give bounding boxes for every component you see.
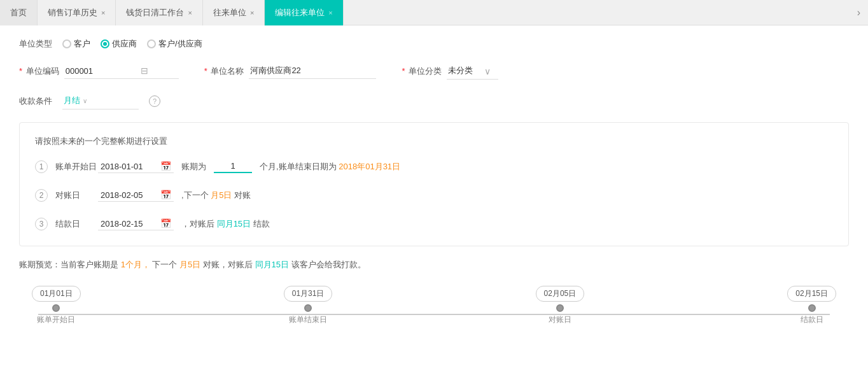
radio-circle-supplier	[101, 39, 109, 48]
period-label-3: 结款日	[55, 218, 90, 230]
timeline-points: 01月01日 账单开始日 01月31日 账单结束日 02月05日 对账日 02月…	[32, 286, 836, 325]
preview-settle-day-highlight: 同月15日	[255, 260, 289, 269]
radio-supplier[interactable]: 供应商	[101, 38, 137, 50]
unit-info-row: * 单位编码 ⊟ * 单位名称 * 单位分类 未分类 ∨	[19, 62, 849, 80]
payment-row: 收款条件 月结 ∨ ?	[19, 92, 849, 109]
unit-type-label: 单位类型	[19, 38, 52, 50]
calendar-icon-3[interactable]: 📅	[160, 218, 171, 229]
close-cash-work[interactable]: ×	[188, 9, 192, 17]
timeline-label-3: 02月05日	[536, 286, 585, 302]
preview-text: 账期预览：当前客户账期是 1个月， 下一个 月5日 对账，对账后 同月15日 该…	[19, 259, 849, 271]
radio-circle-both	[147, 39, 156, 48]
timeline-sublabel-3: 对账日	[549, 314, 571, 325]
unit-type-row: 单位类型 客户 供应商 客户/供应商	[19, 38, 849, 50]
payment-help-icon[interactable]: ?	[149, 95, 160, 107]
period-num-3: 3	[35, 218, 48, 230]
period-end-date-highlight: 2018年01月31日	[339, 162, 400, 171]
timeline-dot-2	[304, 304, 312, 312]
timeline-dot-1	[52, 304, 60, 312]
period-label-2: 对账日	[55, 190, 90, 201]
period-date-3[interactable]: 📅	[98, 217, 174, 230]
timeline-dot-4	[808, 304, 816, 312]
tab-home[interactable]: 首页	[0, 0, 38, 25]
timeline-point-2: 01月31日 账单结束日	[284, 286, 333, 325]
timeline-label-2: 01月31日	[284, 286, 333, 302]
unit-class-select[interactable]: 未分类 ∨	[447, 62, 574, 80]
period-num-1: 1	[35, 160, 48, 173]
unit-code-input[interactable]	[64, 64, 141, 78]
radio-circle-customer	[62, 39, 71, 48]
timeline-sublabel-4: 结款日	[801, 314, 823, 325]
timeline-dot-3	[556, 304, 564, 312]
period-desc-3: ，对账后 同月15日 结款	[181, 218, 270, 230]
unit-code-copy-icon[interactable]: ⊟	[141, 66, 148, 76]
timeline-point-1: 01月01日 账单开始日	[32, 286, 81, 325]
close-partner-unit[interactable]: ×	[250, 9, 254, 17]
calendar-icon-2[interactable]: 📅	[160, 190, 171, 200]
tab-sales-history[interactable]: 销售订单历史 ×	[38, 0, 116, 25]
period-date-2[interactable]: 📅	[98, 188, 174, 202]
tab-partner-unit[interactable]: 往来单位 ×	[203, 0, 265, 25]
tab-bar: 首页 销售订单历史 × 钱货日清工作台 × 往来单位 × 编辑往来单位 × ›	[0, 0, 868, 25]
unit-code-field[interactable]: ⊟	[64, 64, 179, 79]
payment-select[interactable]: 月结 ∨	[62, 92, 139, 109]
unit-name-label: * 单位名称	[204, 66, 244, 77]
payment-value: 月结	[64, 95, 80, 106]
timeline-point-4: 02月15日 结款日	[787, 286, 836, 325]
period-row-2: 2 对账日 📅 ,下一个 月5日 对账	[35, 188, 833, 202]
timeline-wrapper: 01月01日 账单开始日 01月31日 账单结束日 02月05日 对账日 02月…	[19, 286, 849, 325]
tab-cash-work[interactable]: 钱货日清工作台 ×	[116, 0, 202, 25]
radio-customer[interactable]: 客户	[62, 38, 90, 50]
period-desc-1b: 个月,账单结束日期为 2018年01月31日	[260, 161, 400, 172]
timeline-sublabel-1: 账单开始日	[37, 314, 75, 325]
close-sales-history[interactable]: ×	[101, 9, 105, 17]
period-date-input-2[interactable]	[101, 190, 158, 200]
timeline-label-1: 01月01日	[32, 286, 81, 302]
period-desc-1: 账期为	[181, 161, 206, 172]
period-settings-box: 请按照未来的一个完整帐期进行设置 1 账单开始日 📅 账期为 个月,账单结束日期…	[19, 122, 849, 246]
tab-more-button[interactable]: ›	[850, 0, 868, 25]
payment-label: 收款条件	[19, 95, 52, 107]
payment-chevron-icon: ∨	[83, 97, 87, 104]
radio-both[interactable]: 客户/供应商	[147, 38, 202, 50]
period-month-input[interactable]	[214, 160, 252, 173]
period-desc-2: ,下一个 月5日 对账	[181, 190, 251, 201]
unit-name-input[interactable]	[249, 64, 376, 79]
period-settle-highlight: 同月15日	[217, 219, 251, 229]
timeline-label-4: 02月15日	[787, 286, 836, 302]
calendar-icon-1[interactable]: 📅	[160, 161, 171, 171]
preview-reconcile-day-highlight: 月5日	[179, 260, 200, 269]
unit-class-chevron-icon: ∨	[484, 66, 491, 76]
preview-section: 账期预览：当前客户账期是 1个月， 下一个 月5日 对账，对账后 同月15日 该…	[19, 259, 849, 325]
period-num-2: 2	[35, 189, 48, 202]
period-box-title: 请按照未来的一个完整帐期进行设置	[35, 136, 833, 147]
timeline-point-3: 02月05日 对账日	[536, 286, 585, 325]
period-row-3: 3 结款日 📅 ，对账后 同月15日 结款	[35, 217, 833, 230]
timeline-sublabel-2: 账单结束日	[289, 314, 327, 325]
main-content: 单位类型 客户 供应商 客户/供应商 * 单位编码	[0, 25, 868, 387]
unit-type-radio-group: 客户 供应商 客户/供应商	[62, 38, 202, 50]
period-date-input-3[interactable]	[101, 219, 158, 229]
period-label-1: 账单开始日	[55, 161, 90, 172]
period-row-1: 1 账单开始日 📅 账期为 个月,账单结束日期为 2018年01月31日	[35, 160, 833, 173]
period-reconcile-highlight: 月5日	[211, 190, 232, 200]
tab-edit-partner[interactable]: 编辑往来单位 ×	[265, 0, 343, 25]
period-date-1[interactable]: 📅	[98, 160, 174, 173]
close-edit-partner[interactable]: ×	[328, 9, 332, 17]
unit-code-label: * 单位编码	[19, 66, 59, 77]
preview-month-highlight: 1个月，	[121, 260, 150, 269]
period-date-input-1[interactable]	[101, 162, 158, 171]
unit-class-label: * 单位分类	[402, 66, 442, 77]
